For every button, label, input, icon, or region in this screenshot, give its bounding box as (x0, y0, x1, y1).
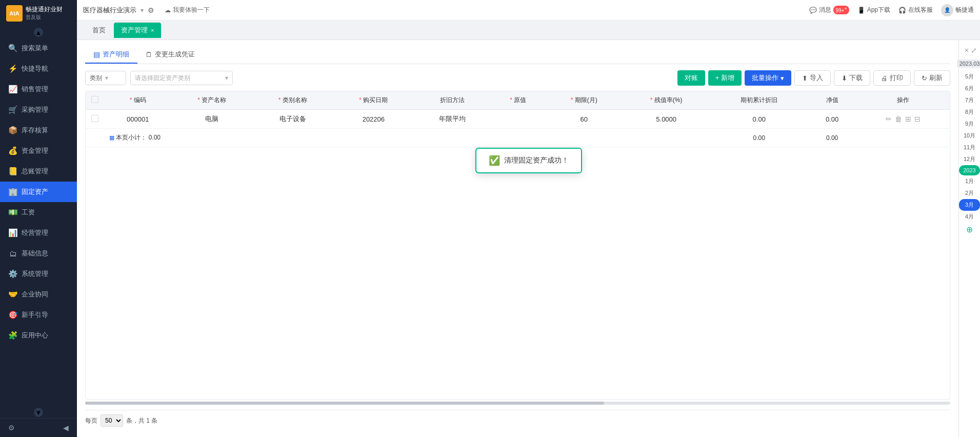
sidebar-item-label: 采购管理 (22, 105, 48, 114)
col-code: 编码 (104, 91, 171, 110)
rp-expand-icon[interactable]: ⤢ (971, 46, 977, 54)
refresh-button[interactable]: ↻ 刷新 (914, 70, 950, 86)
company-settings-icon[interactable]: ⚙ (148, 6, 154, 14)
more-icon[interactable]: ⊟ (914, 115, 921, 123)
sidebar-item-apps[interactable]: 🧩 应用中心 (0, 325, 77, 346)
rp-month-1[interactable]: 1月 (959, 175, 980, 187)
reconcile-button[interactable]: 对账 (677, 70, 705, 86)
sidebar-logo: AtA 畅捷通好业财 普及版 (0, 0, 77, 27)
collapse-icon[interactable]: ◀ (63, 424, 69, 432)
experience-label: 我要体验一下 (173, 6, 210, 14)
subtab-change-voucher[interactable]: 🗒 变更生成凭证 (137, 46, 203, 64)
content-main: ▤ 资产明细 🗒 变更生成凭证 类别 ▾ 请选择固定资产类别 (77, 40, 958, 437)
tab-close-icon[interactable]: × (151, 27, 154, 33)
print-button[interactable]: 🖨 打印 (873, 70, 911, 86)
company-chevron-icon[interactable]: ▾ (141, 7, 144, 14)
rp-month-8[interactable]: 8月 (959, 106, 980, 118)
rp-month-5[interactable]: 5月 (959, 71, 980, 83)
col-depreciation-method: 折旧方法 (414, 91, 490, 110)
sidebar-item-wages[interactable]: 💵 工资 (0, 202, 77, 223)
new-button[interactable]: + 新增 (708, 70, 742, 86)
refresh-label: 刷新 (929, 73, 943, 83)
experience-link[interactable]: ☁ 我要体验一下 (165, 6, 210, 14)
col-net-value: 净值 (808, 91, 856, 110)
row-checkbox[interactable] (91, 115, 98, 122)
sidebar-scroll-up[interactable]: ▲ (34, 28, 43, 37)
rp-month-11[interactable]: 11月 (959, 142, 980, 153)
sidebar-bottom: ⚙ ◀ (0, 418, 77, 437)
subtab-asset-list-label: 资产明细 (103, 50, 129, 59)
sidebar-item-sales[interactable]: 📈 销售管理 (0, 79, 77, 100)
sidebar-item-purchase[interactable]: 🛒 采购管理 (0, 100, 77, 120)
subtab-asset-list[interactable]: ▤ 资产明细 (85, 46, 137, 64)
delete-icon[interactable]: 🗑 (895, 115, 902, 123)
sidebar-item-label: 新手引导 (22, 310, 48, 320)
tab-asset-mgmt[interactable]: 资产管理 × (114, 23, 161, 38)
rp-month-9[interactable]: 9月 (959, 118, 980, 130)
reconcile-label: 对账 (685, 73, 698, 83)
cell-depreciation-method: 年限平均 (414, 110, 490, 129)
rp-close-icon[interactable]: × (965, 46, 969, 54)
per-page-select[interactable]: 50 (101, 414, 123, 427)
apps-icon: 🧩 (8, 331, 17, 340)
batch-button[interactable]: 批量操作 ▾ (745, 70, 791, 86)
print-icon: 🖨 (881, 74, 888, 82)
copy-icon[interactable]: ⊞ (905, 115, 911, 123)
purchase-icon: 🛒 (8, 105, 17, 114)
page-icon: ▦ (109, 134, 114, 141)
import-label: 导入 (810, 73, 823, 83)
sidebar-item-base[interactable]: 🗂 基础信息 (0, 243, 77, 264)
rp-month-10[interactable]: 10月 (959, 130, 980, 142)
cell-actions: ✏ 🗑 ⊞ ⊟ (856, 110, 950, 129)
rp-month-6[interactable]: 6月 (959, 83, 980, 94)
cell-category: 电子设备 (252, 110, 333, 129)
cell-name: 电脑 (171, 110, 252, 129)
sidebar-item-collab[interactable]: 🤝 企业协同 (0, 284, 77, 305)
sidebar-item-inventory[interactable]: 📦 库存核算 (0, 120, 77, 141)
sidebar-item-funds[interactable]: 💰 资金管理 (0, 141, 77, 161)
col-category: 类别名称 (252, 91, 333, 110)
sidebar-item-ops[interactable]: 📊 经营管理 (0, 223, 77, 243)
sidebar-item-general[interactable]: 📒 总账管理 (0, 161, 77, 182)
import-button[interactable]: ⬆ 导入 (794, 70, 831, 86)
messages-btn[interactable]: 💬 消息 99++ (809, 6, 849, 14)
rp-month-3[interactable]: 3月 (959, 199, 980, 211)
cell-period: 60 (546, 110, 622, 129)
horizontal-scrollbar[interactable] (85, 402, 950, 405)
rp-month-4[interactable]: 4月 (959, 211, 980, 223)
sidebar-item-guide[interactable]: 🎯 新手引导 (0, 305, 77, 325)
select-all-checkbox[interactable] (91, 96, 98, 103)
settings-icon[interactable]: ⚙ (8, 424, 15, 432)
user-profile-btn[interactable]: 👤 畅捷通 (941, 4, 974, 16)
wages-icon: 💵 (8, 208, 17, 217)
sidebar-item-label: 总账管理 (22, 167, 48, 176)
rp-down-icon[interactable]: ⊕ (966, 225, 973, 234)
tab-home[interactable]: 首页 (85, 23, 113, 38)
subtab-change-voucher-label: 变更生成凭证 (155, 50, 195, 59)
category-filter[interactable]: 类别 ▾ (85, 71, 126, 85)
batch-chevron-icon: ▾ (781, 74, 784, 82)
app-download-btn[interactable]: 📱 App下载 (857, 6, 890, 14)
col-purchase-date: 购买日期 (333, 91, 414, 110)
col-period: 期限(月) (546, 91, 622, 110)
sidebar-item-quicknav[interactable]: ⚡ 快捷导航 (0, 58, 77, 79)
per-page-label: 每页 (85, 416, 97, 425)
tab-home-label: 首页 (92, 26, 106, 35)
sidebar-item-label: 工资 (22, 208, 35, 217)
download-button[interactable]: ⬇ 下载 (834, 70, 870, 86)
subtotal-row: ▦ 本页小计： 0.00 0.00 0.00 (86, 129, 950, 147)
rp-month-2[interactable]: 2月 (959, 187, 980, 199)
cell-net-value: 0.00 (808, 110, 856, 129)
edit-icon[interactable]: ✏ (886, 115, 892, 123)
sidebar-item-sys[interactable]: ⚙️ 系统管理 (0, 264, 77, 284)
online-service-btn[interactable]: 🎧 在线客服 (898, 6, 933, 14)
category-input[interactable]: 请选择固定资产类别 ▾ (130, 71, 233, 85)
rp-month-7[interactable]: 7月 (959, 94, 980, 106)
sidebar-item-search[interactable]: 🔍 搜索菜单 (0, 38, 77, 58)
messages-badge: 99++ (833, 6, 849, 14)
subtotal-net: 0.00 (808, 129, 856, 147)
sidebar-scroll-down[interactable]: ▼ (34, 408, 43, 417)
sidebar-item-fixed[interactable]: 🏢 固定资产 (0, 182, 77, 202)
topbar: 医疗器械行业演示 ▾ ⚙ ☁ 我要体验一下 💬 消息 99++ 📱 App下载 … (77, 0, 980, 21)
rp-month-12[interactable]: 12月 (959, 153, 980, 165)
